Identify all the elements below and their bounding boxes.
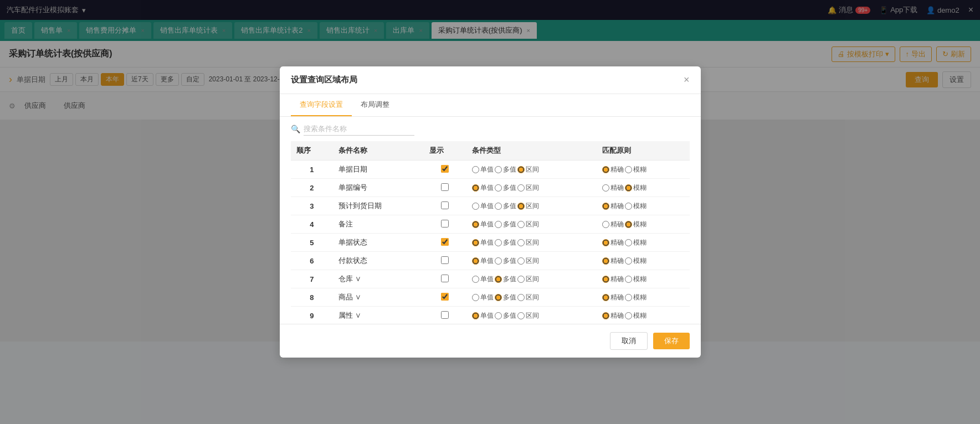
type-radio[interactable] <box>517 294 525 301</box>
type-radio[interactable] <box>517 239 525 246</box>
display-checkbox[interactable] <box>441 220 449 227</box>
type-radio-item[interactable]: 多值 <box>495 165 516 174</box>
type-radio-item[interactable]: 多值 <box>495 293 516 302</box>
match-radio-item[interactable]: 精确 <box>602 293 624 302</box>
match-radio-item[interactable]: 模糊 <box>625 165 647 174</box>
type-radio-item[interactable]: 区间 <box>517 293 539 302</box>
display-checkbox[interactable] <box>441 238 449 246</box>
match-radio[interactable] <box>602 184 609 192</box>
type-radio-item[interactable]: 区间 <box>517 238 539 247</box>
type-radio[interactable] <box>517 221 525 228</box>
type-radio[interactable] <box>495 239 502 246</box>
type-radio[interactable] <box>472 312 479 319</box>
match-radio[interactable] <box>625 239 632 246</box>
type-radio[interactable] <box>472 203 479 210</box>
modal-close-button[interactable]: × <box>684 74 690 86</box>
type-radio[interactable] <box>472 257 479 265</box>
match-radio-item[interactable]: 模糊 <box>625 256 647 266</box>
match-radio[interactable] <box>625 257 632 265</box>
type-radio-item[interactable]: 区间 <box>517 201 539 211</box>
type-radio-item[interactable]: 区间 <box>517 275 539 284</box>
match-radio[interactable] <box>602 239 609 246</box>
match-radio-item[interactable]: 精确 <box>602 165 624 174</box>
type-radio-item[interactable]: 单值 <box>472 165 494 174</box>
save-button[interactable]: 保存 <box>653 333 690 342</box>
type-radio[interactable] <box>517 203 525 210</box>
match-radio[interactable] <box>602 312 609 319</box>
type-radio-item[interactable]: 区间 <box>517 165 539 174</box>
type-radio[interactable] <box>472 221 479 228</box>
match-radio[interactable] <box>625 276 632 283</box>
match-radio-item[interactable]: 模糊 <box>625 183 647 193</box>
type-radio-item[interactable]: 多值 <box>495 256 516 266</box>
type-radio[interactable] <box>472 294 479 301</box>
match-radio-item[interactable]: 精确 <box>602 311 624 320</box>
type-radio-item[interactable]: 区间 <box>517 220 539 229</box>
display-checkbox[interactable] <box>441 201 449 209</box>
match-radio-item[interactable]: 精确 <box>602 201 624 211</box>
type-radio[interactable] <box>472 276 479 283</box>
type-radio[interactable] <box>495 312 502 319</box>
type-radio-item[interactable]: 多值 <box>495 220 516 229</box>
match-radio-item[interactable]: 模糊 <box>625 275 647 284</box>
display-checkbox[interactable] <box>441 275 449 282</box>
display-checkbox[interactable] <box>441 256 449 264</box>
type-radio[interactable] <box>517 312 525 319</box>
type-radio-item[interactable]: 单值 <box>472 256 494 266</box>
search-input[interactable] <box>304 122 414 136</box>
match-radio-item[interactable]: 模糊 <box>625 293 647 302</box>
match-radio-item[interactable]: 模糊 <box>625 238 647 247</box>
match-radio[interactable] <box>602 294 609 301</box>
type-radio[interactable] <box>517 166 525 173</box>
type-radio[interactable] <box>495 276 502 283</box>
type-radio[interactable] <box>517 257 525 265</box>
match-radio-item[interactable]: 精确 <box>602 183 624 193</box>
type-radio[interactable] <box>495 203 502 210</box>
type-radio[interactable] <box>495 221 502 228</box>
type-radio[interactable] <box>472 166 479 173</box>
type-radio-item[interactable]: 单值 <box>472 293 494 302</box>
type-radio[interactable] <box>517 276 525 283</box>
match-radio[interactable] <box>625 221 632 228</box>
type-radio[interactable] <box>472 184 479 192</box>
type-radio-item[interactable]: 单值 <box>472 238 494 247</box>
type-radio-item[interactable]: 多值 <box>495 311 516 320</box>
match-radio[interactable] <box>625 312 632 319</box>
match-radio[interactable] <box>625 166 632 173</box>
type-radio-item[interactable]: 区间 <box>517 183 539 193</box>
type-radio[interactable] <box>517 184 525 192</box>
match-radio-item[interactable]: 精确 <box>602 275 624 284</box>
match-radio[interactable] <box>625 203 632 210</box>
type-radio[interactable] <box>495 294 502 301</box>
type-radio[interactable] <box>495 166 502 173</box>
type-radio-item[interactable]: 多值 <box>495 238 516 247</box>
modal-tab-query-fields[interactable]: 查询字段设置 <box>291 94 352 116</box>
type-radio-item[interactable]: 多值 <box>495 201 516 211</box>
match-radio-item[interactable]: 精确 <box>602 256 624 266</box>
type-radio-item[interactable]: 区间 <box>517 311 539 320</box>
match-radio[interactable] <box>625 184 632 192</box>
match-radio[interactable] <box>602 203 609 210</box>
display-checkbox[interactable] <box>441 183 449 191</box>
match-radio-item[interactable]: 精确 <box>602 238 624 247</box>
type-radio-item[interactable]: 多值 <box>495 275 516 284</box>
match-radio-item[interactable]: 模糊 <box>625 201 647 211</box>
type-radio-item[interactable]: 单值 <box>472 311 494 320</box>
match-radio[interactable] <box>625 294 632 301</box>
match-radio[interactable] <box>602 257 609 265</box>
display-checkbox[interactable] <box>441 311 449 319</box>
type-radio-item[interactable]: 单值 <box>472 183 494 193</box>
type-radio-item[interactable]: 单值 <box>472 220 494 229</box>
type-radio-item[interactable]: 单值 <box>472 275 494 284</box>
type-radio-item[interactable]: 单值 <box>472 201 494 211</box>
match-radio-item[interactable]: 精确 <box>602 220 624 229</box>
type-radio-item[interactable]: 区间 <box>517 256 539 266</box>
type-radio[interactable] <box>472 239 479 246</box>
modal-tab-layout[interactable]: 布局调整 <box>352 94 398 116</box>
display-checkbox[interactable] <box>441 165 449 173</box>
display-checkbox[interactable] <box>441 293 449 301</box>
match-radio[interactable] <box>602 221 609 228</box>
match-radio-item[interactable]: 模糊 <box>625 311 647 320</box>
type-radio[interactable] <box>495 184 502 192</box>
match-radio[interactable] <box>602 276 609 283</box>
